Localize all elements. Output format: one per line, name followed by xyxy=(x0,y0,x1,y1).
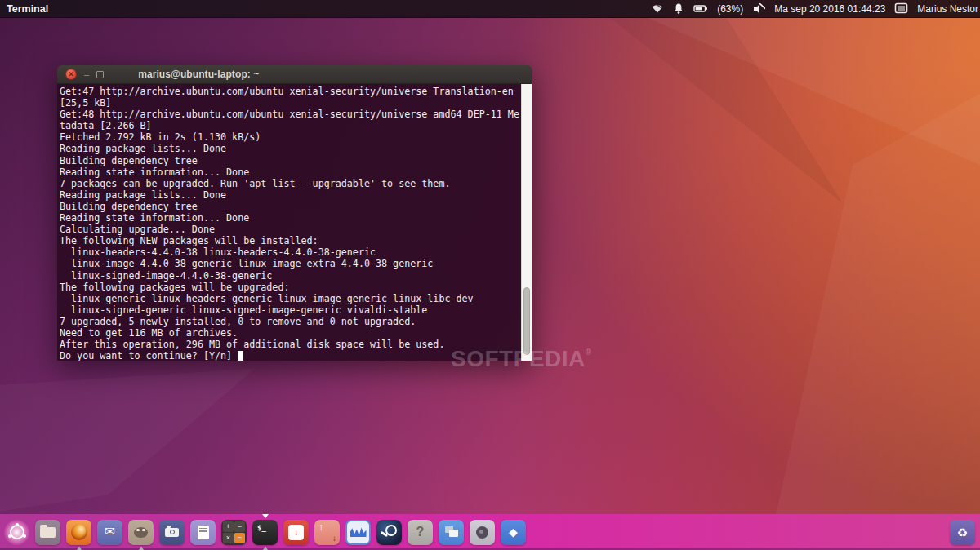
files-icon xyxy=(40,527,56,538)
terminal-glyph: $_ xyxy=(252,520,266,532)
dock-item-firefox[interactable] xyxy=(66,520,91,545)
scrollbar-thumb[interactable] xyxy=(523,287,530,355)
user-menu[interactable]: Marius Nestor xyxy=(917,3,978,15)
terminal-prompt-line: Do you want to continue? [Y/n] xyxy=(60,350,532,361)
desktop: { "top_bar": { "app_menu_label": "Termin… xyxy=(0,0,980,550)
media-app-icon xyxy=(476,526,488,539)
dock-item-window-switcher[interactable] xyxy=(439,520,464,545)
dock-item-system-monitor[interactable] xyxy=(345,520,371,545)
terminal-window: ✕ – marius@ubuntu-laptop: ~ Get:47 http:… xyxy=(57,65,532,361)
window-switcher-icon xyxy=(445,526,458,538)
volume-muted-icon[interactable] xyxy=(752,3,765,15)
terminal-line: Reading package lists... Done xyxy=(60,189,532,201)
steam-icon xyxy=(385,525,397,536)
battery-icon[interactable] xyxy=(693,3,708,14)
unknown-app-glyph: ? xyxy=(416,526,425,539)
calculator-icon: +−×= xyxy=(223,521,245,543)
terminal-line: linux-signed-image-4.4.0-38-generic xyxy=(60,270,532,282)
terminal-line: Reading state information... Done xyxy=(60,166,532,178)
dock-item-files[interactable] xyxy=(35,520,60,545)
dock-item-screenshot-tool[interactable] xyxy=(159,520,185,545)
focused-indicator xyxy=(262,514,269,518)
terminal-line: 7 packages can be upgraded. Run 'apt lis… xyxy=(60,178,532,189)
clock[interactable]: Ma sep 20 2016 01:44:23 xyxy=(774,3,885,15)
dock-item-sync-app[interactable]: ↑↓ xyxy=(314,520,340,545)
running-indicator xyxy=(76,547,82,550)
minimize-icon[interactable]: – xyxy=(84,69,89,80)
thunderbird-mail-glyph: ✉ xyxy=(105,526,115,539)
terminal-line: Reading package lists... Done xyxy=(60,143,532,154)
terminal-line: tadata [2.266 B] xyxy=(60,120,532,131)
active-app-menu[interactable]: Terminal xyxy=(7,3,48,15)
running-indicator xyxy=(262,547,269,550)
running-indicator xyxy=(138,547,145,550)
dock-item-unknown-app[interactable]: ? xyxy=(408,520,433,545)
launcher-dock: ✉+−×=$_↓↑↓?◆♻ xyxy=(0,514,980,550)
terminal-line: Get:48 http://archive.ubuntu.com/ubuntu … xyxy=(60,109,532,120)
dock-item-dash-home[interactable] xyxy=(4,520,29,545)
terminal-scrollbar[interactable] xyxy=(521,84,532,361)
indicator-tray: (63%) Ma sep 20 2016 01:44:23 Marius Nes… xyxy=(651,2,980,15)
dock-item-terminal[interactable]: $_ xyxy=(252,520,278,545)
sync-app-glyph: ↓ xyxy=(332,534,336,543)
dock-item-text-editor[interactable] xyxy=(190,520,216,545)
terminal-line: 7 upgraded, 5 newly installed, 0 to remo… xyxy=(60,316,532,327)
dock-item-calculator[interactable]: +−×= xyxy=(221,520,247,545)
software-updater-glyph: ↓ xyxy=(294,527,299,537)
terminal-output[interactable]: Get:47 http://archive.ubuntu.com/ubuntu … xyxy=(57,84,532,361)
terminal-titlebar[interactable]: ✕ – marius@ubuntu-laptop: ~ xyxy=(57,65,532,84)
terminal-line: Calculating upgrade... Done xyxy=(60,224,532,235)
terminal-cursor xyxy=(238,351,243,361)
screenshot-tool-icon xyxy=(165,528,179,537)
software-updater-icon: ↓ xyxy=(288,525,304,540)
package-tool-glyph: ◆ xyxy=(509,526,518,538)
text-editor-icon xyxy=(198,526,209,539)
dock-item-trash[interactable]: ♻ xyxy=(950,520,975,545)
close-icon[interactable]: ✕ xyxy=(65,69,77,80)
dock-item-media-app[interactable] xyxy=(470,520,495,545)
dock-item-thunderbird-mail[interactable]: ✉ xyxy=(97,520,122,545)
terminal-line: linux-signed-generic linux-signed-image-… xyxy=(60,304,532,316)
dock-item-gimp[interactable] xyxy=(128,520,154,545)
gimp-icon xyxy=(134,527,148,538)
terminal-line: Fetched 2.792 kB in 2s (1.130 kB/s) xyxy=(60,131,532,143)
terminal-line: The following NEW packages will be insta… xyxy=(60,235,532,246)
terminal-line: linux-image-4.4.0-38-generic linux-image… xyxy=(60,258,532,269)
system-monitor-icon xyxy=(350,527,367,537)
battery-percent[interactable]: (63%) xyxy=(717,3,743,15)
maximize-icon[interactable] xyxy=(96,69,104,80)
trash-glyph: ♻ xyxy=(957,526,968,539)
terminal-line: After this operation, 296 MB of addition… xyxy=(60,339,532,350)
terminal-line: [25,5 kB] xyxy=(60,97,532,109)
terminal-line: linux-generic linux-headers-generic linu… xyxy=(60,293,532,304)
sync-app-glyph: ↑ xyxy=(318,522,323,532)
dash-home-icon xyxy=(10,525,24,539)
dock-item-software-updater[interactable]: ↓ xyxy=(283,520,309,545)
session-icon[interactable] xyxy=(894,2,908,15)
dock-item-steam[interactable] xyxy=(376,520,402,545)
terminal-line: linux-headers-4.4.0-38 linux-headers-4.4… xyxy=(60,246,532,258)
notifications-bell-icon[interactable] xyxy=(673,2,684,15)
top-panel: Terminal (63%) xyxy=(0,0,980,18)
terminal-line: Reading state information... Done xyxy=(60,212,532,224)
terminal-line: Get:47 http://archive.ubuntu.com/ubuntu … xyxy=(60,86,532,97)
terminal-title: marius@ubuntu-laptop: ~ xyxy=(138,69,259,80)
terminal-line: Need to get 116 MB of archives. xyxy=(60,327,532,339)
terminal-line: The following packages will be upgraded: xyxy=(60,282,532,293)
firefox-icon xyxy=(71,524,87,540)
terminal-line: Building dependency tree xyxy=(60,201,532,212)
dock-item-package-tool[interactable]: ◆ xyxy=(501,520,526,545)
terminal-line: Building dependency tree xyxy=(60,155,532,166)
network-icon[interactable] xyxy=(651,2,664,15)
